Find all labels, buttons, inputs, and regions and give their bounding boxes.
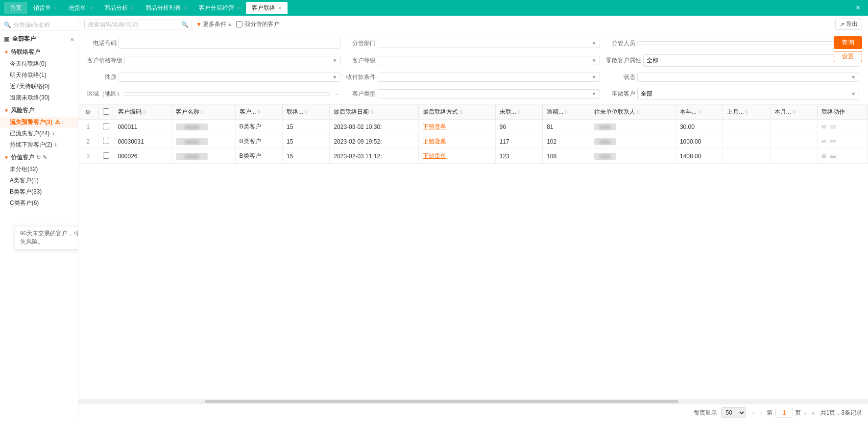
- settings-th-icon[interactable]: ⚙: [85, 109, 91, 116]
- tab-sales[interactable]: 销货单 ×: [27, 2, 63, 14]
- filter-payment-select[interactable]: ▼: [378, 73, 600, 82]
- sidebar-item-churn-warning[interactable]: 流失预警客户(3) ⚠: [0, 117, 78, 128]
- horizontal-scrollbar[interactable]: [78, 399, 868, 404]
- more-conditions-btn[interactable]: ▼ 更多条件 ▲: [196, 20, 232, 28]
- sidebar-item-a-class[interactable]: A类客户(1): [0, 175, 78, 186]
- th-last-contact-method[interactable]: 最后联络方式 ⇅: [419, 105, 495, 120]
- sidebar-item-today[interactable]: 今天待联络(0): [0, 58, 78, 70]
- cell-type: B类客户: [235, 134, 282, 149]
- th-name[interactable]: 客户名称 ⇅: [172, 105, 236, 120]
- cell-code: 00030031: [114, 134, 172, 149]
- first-page-btn[interactable]: «: [750, 409, 756, 417]
- th-contact[interactable]: 联络... ⇅: [283, 105, 330, 120]
- search-input[interactable]: [88, 21, 181, 28]
- filter-gender-select[interactable]: ▼: [119, 73, 340, 82]
- per-page-select[interactable]: 50 20 100: [721, 407, 746, 418]
- tab-customer-tier[interactable]: 客户分层经营 ×: [193, 2, 246, 14]
- filter-gender: 性质 ▼: [84, 71, 343, 83]
- filter-region-select[interactable]: [124, 92, 330, 96]
- tab-analysis-list[interactable]: 商品分析列表 ×: [140, 2, 193, 14]
- filter-zero-attribute-select[interactable]: 全部 ▼: [643, 54, 859, 67]
- filter-customer-level-select[interactable]: ▼: [378, 56, 600, 65]
- last-page-btn[interactable]: »: [810, 409, 816, 417]
- table-row: 2 00030031 ●●●● B类客户 15 2023-02-09 19:52…: [78, 134, 868, 149]
- row-checkbox-1[interactable]: [103, 138, 109, 144]
- filter-payment: 收付款条件 ▼: [343, 71, 603, 83]
- contact-method-link[interactable]: 下销货单: [423, 123, 446, 130]
- th-last-contact-date[interactable]: 最后联络日期 ⇅: [330, 105, 419, 120]
- window-close-button[interactable]: ×: [852, 3, 864, 12]
- search-submit-icon[interactable]: 🔍: [181, 21, 189, 28]
- filter-zero-customer: 零散客户 全部 ▼: [603, 86, 862, 101]
- my-customers-checkbox[interactable]: [236, 21, 242, 27]
- tab-sales-close[interactable]: ×: [54, 5, 57, 11]
- sidebar-item-overdue[interactable]: 逾期未联络(30): [0, 92, 78, 103]
- warning-icon: ⚠: [55, 119, 60, 125]
- action-more-icon[interactable]: ≡≡: [829, 153, 836, 160]
- refresh-icon[interactable]: ↻: [36, 154, 41, 161]
- tab-analysis-list-close[interactable]: ×: [184, 5, 187, 11]
- sort-icon-overdue: ⇅: [564, 109, 568, 115]
- sidebar-item-b-class[interactable]: B类客户(33): [0, 186, 78, 198]
- action-phone-icon[interactable]: ✉: [821, 124, 826, 130]
- sidebar-item-c-class[interactable]: C类客户(6): [0, 198, 78, 209]
- action-phone-icon[interactable]: ✉: [821, 138, 826, 145]
- select-all-checkbox[interactable]: [103, 108, 109, 115]
- filter-zero-attribute-label: 零散客户属性: [606, 56, 641, 65]
- filter-customer-type-select[interactable]: ▼: [378, 89, 600, 99]
- tab-home[interactable]: 首页: [4, 2, 27, 14]
- sidebar-item-declining[interactable]: 持续下滑客户(2) ℹ: [0, 139, 78, 150]
- export-button[interactable]: ↗ 导出: [835, 19, 862, 30]
- filter-person-select[interactable]: [637, 41, 848, 45]
- row-checkbox-2[interactable]: [103, 152, 109, 159]
- th-code[interactable]: 客户编码 ⇅: [114, 105, 172, 120]
- tab-purchase[interactable]: 进货单 ×: [63, 2, 98, 14]
- th-uncontacted[interactable]: 未联... ⇅: [495, 105, 542, 120]
- sort-icon-unit: ⇅: [636, 109, 640, 115]
- edit-icon[interactable]: ✎: [43, 154, 47, 161]
- sidebar-search-input[interactable]: [13, 22, 78, 28]
- contact-method-link[interactable]: 下销货单: [423, 152, 446, 159]
- th-last-month[interactable]: 上月... ⇅: [723, 105, 770, 120]
- tab-analysis[interactable]: 商品分析 ×: [98, 2, 140, 14]
- sidebar-group-risk-header[interactable]: ▼ 风险客户: [0, 104, 78, 117]
- filter-dept-select[interactable]: ▼: [378, 39, 600, 48]
- sidebar-item-churned[interactable]: 已流失客户(24) ℹ: [0, 128, 78, 139]
- tab-analysis-close[interactable]: ×: [131, 5, 134, 11]
- th-this-month[interactable]: 本月... ⇅: [770, 105, 817, 120]
- next-page-btn[interactable]: ›: [803, 409, 808, 417]
- cell-contact: 15: [283, 149, 330, 164]
- filter-price-level-select[interactable]: ▼: [124, 56, 340, 65]
- tab-customer-tier-close[interactable]: ×: [237, 5, 240, 11]
- action-phone-icon[interactable]: ✉: [821, 153, 826, 160]
- status-arrow: ▼: [851, 74, 856, 80]
- row-checkbox-0[interactable]: [103, 123, 109, 129]
- sidebar-all-customers[interactable]: ▣ 全部客户 «: [0, 33, 78, 45]
- sidebar-item-tomorrow[interactable]: 明天待联络(1): [0, 70, 78, 81]
- contact-method-link[interactable]: 下销货单: [423, 138, 446, 145]
- query-button[interactable]: 查询: [834, 36, 862, 49]
- tab-customer-contact-close[interactable]: ×: [278, 5, 281, 11]
- th-type[interactable]: 客户... ⇅: [235, 105, 282, 120]
- sidebar-collapse-icon[interactable]: «: [71, 36, 74, 43]
- sidebar-group-pending-header[interactable]: ▼ 待联络客户: [0, 46, 78, 58]
- sidebar-item-7days[interactable]: 近7天待联络(0): [0, 81, 78, 92]
- action-more-icon[interactable]: ≡≡: [829, 124, 836, 130]
- table-area: ⚙ 客户编码 ⇅ 客户名称: [78, 105, 868, 399]
- filter-zero-customer-select[interactable]: 全部 ▼: [637, 88, 859, 100]
- th-this-year[interactable]: 本年... ⇅: [675, 105, 723, 120]
- th-unit-contact[interactable]: 往来单位联系人 ⇅: [590, 105, 675, 120]
- action-more-icon[interactable]: ≡≡: [829, 138, 836, 145]
- sidebar-group-value-header[interactable]: ▼ 价值客户 ↻ ✎: [0, 151, 78, 164]
- tab-customer-contact[interactable]: 客户联络 ×: [246, 2, 287, 14]
- filter-region-dots[interactable]: ···: [332, 91, 340, 98]
- settings-button[interactable]: 设置: [834, 51, 862, 62]
- filter-phone-input[interactable]: [119, 38, 340, 49]
- tab-purchase-close[interactable]: ×: [89, 5, 92, 11]
- prev-page-btn[interactable]: ‹: [759, 409, 764, 417]
- current-page-input[interactable]: [775, 408, 793, 418]
- filter-status-select[interactable]: ▼: [637, 73, 859, 82]
- horizontal-scroll-thumb[interactable]: [205, 400, 678, 403]
- sidebar-item-unclassified[interactable]: 未分组(32): [0, 164, 78, 175]
- th-overdue[interactable]: 逾期... ⇅: [543, 105, 590, 120]
